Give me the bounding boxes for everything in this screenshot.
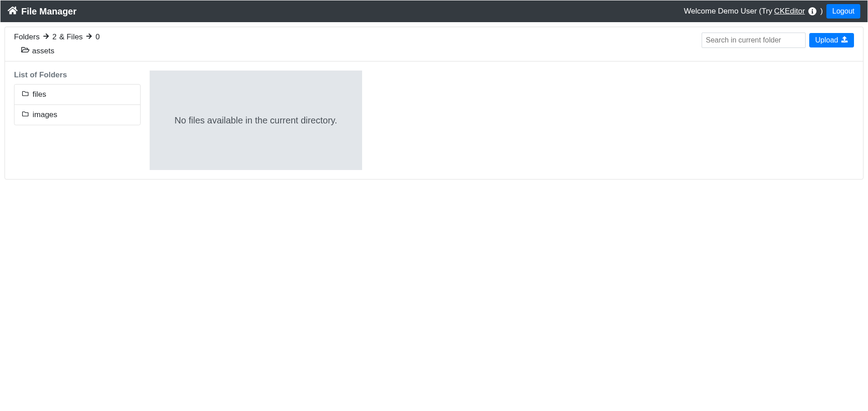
upload-icon [841,36,848,44]
welcome-text: Welcome Demo User (Try CKEditor ) [684,7,823,16]
files-sep: & Files [59,33,83,42]
arrow-right-icon [42,33,50,42]
folder-list: files images [14,84,141,125]
empty-message: No files available in the current direct… [175,115,337,126]
folder-icon [22,90,29,99]
folder-item[interactable]: images [14,105,140,125]
arrow-right-icon [85,33,93,42]
breadcrumb[interactable]: assets [14,46,100,56]
navbar-right: Welcome Demo User (Try CKEditor ) Logout [684,4,860,19]
header-left: Folders 2 & Files 0 assets [14,33,100,56]
brand-link[interactable]: File Manager [8,5,76,18]
brand-title: File Manager [21,6,76,17]
header-right: Upload [702,33,854,48]
folder-item[interactable]: files [14,85,140,105]
upload-button[interactable]: Upload [809,33,854,47]
folder-icon [22,110,29,119]
card-body: List of Folders files images No files av… [5,61,863,179]
stats-line: Folders 2 & Files 0 [14,33,100,42]
folder-open-icon [21,46,29,56]
search-input[interactable] [702,33,806,48]
folder-item-label: files [33,90,46,99]
files-count: 0 [95,33,99,42]
upload-label: Upload [815,36,838,44]
home-icon [8,5,18,18]
files-panel: No files available in the current direct… [150,71,362,170]
folders-count: 2 [52,33,57,42]
breadcrumb-current: assets [32,47,54,56]
folders-label: Folders [14,33,40,42]
navbar: File Manager Welcome Demo User (Try CKEd… [0,0,868,22]
ckeditor-link[interactable]: CKEditor [774,7,805,16]
info-icon[interactable] [808,7,816,15]
card-header: Folders 2 & Files 0 assets U [5,27,863,61]
folder-item-label: images [33,110,57,119]
folder-panel: List of Folders files images [14,71,141,125]
main-card: Folders 2 & Files 0 assets U [5,27,863,180]
folder-panel-title: List of Folders [14,71,141,80]
logout-button[interactable]: Logout [826,4,860,19]
